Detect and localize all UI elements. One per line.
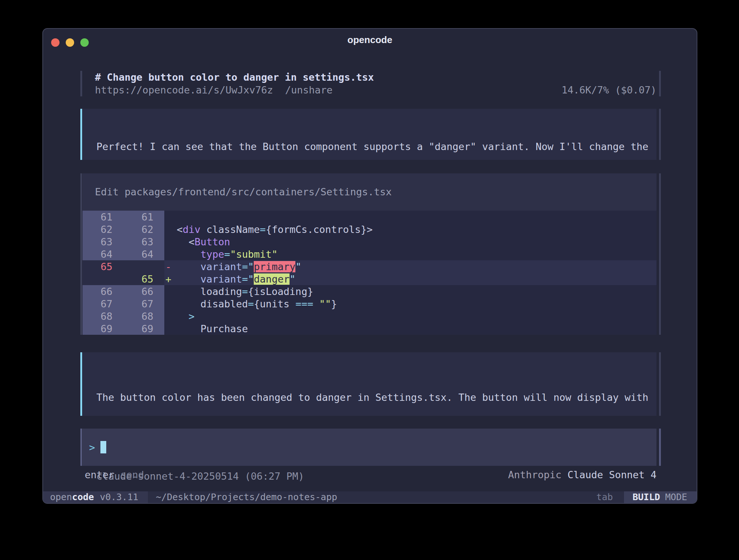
- diff-row-context: 6767 disabled={units === ""}: [83, 298, 656, 310]
- diff-code-line: disabled={units === ""}: [175, 298, 656, 310]
- prompt-symbol: >: [89, 442, 95, 453]
- window-title-bar[interactable]: opencode: [43, 29, 697, 51]
- diff-code-line: variant="primary": [175, 261, 656, 272]
- context-usage: 14.6K/7% ($0.07): [562, 84, 656, 96]
- mode-secondary: MODE: [665, 492, 687, 502]
- diff-code-line: <div className={formCs.controls}>: [175, 224, 656, 235]
- diff-marker: -: [164, 261, 175, 272]
- diff-marker: +: [164, 273, 175, 285]
- diff-code-line: <Button: [175, 236, 656, 248]
- diff-gutter: 6969: [83, 322, 164, 335]
- new-line-number: 65: [123, 273, 164, 285]
- session-header-left-border: [80, 71, 82, 96]
- input-hints-row: enter send Anthropic Claude Sonnet 4: [80, 468, 661, 481]
- share-url[interactable]: https://opencode.ai/s/UwJxv76z: [95, 84, 273, 96]
- session-title: # Change button color to danger in setti…: [95, 71, 656, 84]
- message-right-border: [659, 352, 661, 416]
- desktop-background: opencode # Change button color to danger…: [0, 0, 739, 560]
- new-line-number: 67: [123, 298, 164, 310]
- message-line: The button color has been changed to dan…: [96, 391, 656, 404]
- new-line-number: 64: [123, 249, 164, 260]
- diff-gutter: 65: [83, 260, 164, 273]
- enter-key-hint: enter: [85, 469, 114, 480]
- diff-gutter: 6161: [83, 211, 164, 223]
- status-bar-left: opencodev0.3.11 ~/Desktop/Projects/demo-…: [43, 491, 337, 503]
- working-directory: ~/Desktop/Projects/demo-notes-app: [156, 491, 337, 503]
- app-version: v0.3.11: [100, 492, 138, 502]
- session-header-right-border: [659, 71, 661, 96]
- new-line-number: 63: [123, 236, 164, 248]
- diff-gutter: 6363: [83, 235, 164, 248]
- input-right-border: [659, 429, 661, 466]
- model-provider: Anthropic: [508, 469, 562, 480]
- diff-row-context: 6969 Purchase: [83, 322, 656, 335]
- app-name-bold: code: [72, 492, 94, 502]
- text-cursor: [100, 441, 106, 453]
- new-line-number: 66: [123, 286, 164, 297]
- old-line-number: 64: [83, 249, 123, 260]
- diff-code-line: variant="danger": [175, 273, 656, 285]
- status-bar: opencodev0.3.11 ~/Desktop/Projects/demo-…: [43, 491, 697, 503]
- app-name-light: open: [50, 492, 72, 502]
- send-label: send: [120, 469, 144, 480]
- old-line-number: 68: [83, 311, 123, 322]
- old-line-number: 62: [83, 224, 123, 235]
- diff-rows: 6161 6262 <div className={formCs.control…: [83, 211, 656, 335]
- diff-gutter: 6262: [83, 223, 164, 235]
- old-line-number: 61: [83, 211, 123, 223]
- tab-key-hint: tab: [596, 491, 613, 503]
- edit-tool-card: Edit packages/frontend/src/containers/Se…: [80, 173, 661, 335]
- app-version-segment: opencodev0.3.11: [43, 491, 148, 503]
- unshare-command: /unshare: [285, 84, 333, 96]
- diff-gutter: 6868: [83, 310, 164, 322]
- diff-row-context: 6262 <div className={formCs.controls}>: [83, 223, 656, 235]
- model-indicator: Anthropic Claude Sonnet 4: [508, 469, 656, 480]
- diff-row-context: 6464 type="submit": [83, 248, 656, 260]
- diff-file-header: Edit packages/frontend/src/containers/Se…: [83, 173, 656, 211]
- model-name: Claude Sonnet 4: [567, 469, 656, 480]
- diff-row-context: 6868 >: [83, 310, 656, 322]
- old-line-number: 67: [83, 298, 123, 310]
- diff-row-context: 6363 <Button: [83, 235, 656, 248]
- mode-primary: BUILD: [633, 492, 660, 502]
- diff-row-added: 65+ variant="danger": [83, 273, 656, 285]
- old-line-number: 66: [83, 286, 123, 297]
- send-hint: enter send: [85, 469, 144, 480]
- new-line-number: 61: [123, 211, 164, 223]
- session-subheader: https://opencode.ai/s/UwJxv76z /unshare …: [95, 84, 656, 96]
- diff-code-line: Purchase: [175, 323, 656, 334]
- diff-row-context: 6666 loading={isLoading}: [83, 285, 656, 298]
- diff-code-line: type="submit": [175, 249, 656, 260]
- input-left-border: [80, 429, 82, 466]
- message-accent-border: [80, 109, 82, 160]
- diff-gutter: 6464: [83, 248, 164, 260]
- message-right-border: [659, 109, 661, 160]
- window-title: opencode: [43, 34, 697, 46]
- diff-code-line: >: [175, 311, 656, 322]
- diff-row-context: 6161: [83, 211, 656, 223]
- diff-gutter: 6767: [83, 298, 164, 310]
- diff-gutter: 65: [83, 273, 164, 285]
- diff-gutter: 6666: [83, 285, 164, 298]
- new-line-number: 69: [123, 323, 164, 334]
- opencode-terminal-window: opencode # Change button color to danger…: [42, 28, 697, 504]
- new-line-number: 62: [123, 224, 164, 235]
- diff-left-border: [80, 173, 82, 335]
- message-line: Perfect! I can see that the Button compo…: [96, 140, 656, 153]
- old-line-number: 65: [83, 261, 123, 272]
- mode-toggle-segment[interactable]: BUILDMODE: [624, 491, 697, 503]
- diff-row-removed: 65- variant="primary": [83, 260, 656, 273]
- status-bar-right: tab BUILDMODE: [596, 491, 697, 503]
- session-header: # Change button color to danger in setti…: [80, 71, 661, 96]
- assistant-message: Perfect! I can see that the Button compo…: [80, 109, 661, 160]
- old-line-number: 63: [83, 236, 123, 248]
- assistant-message: The button color has been changed to dan…: [80, 352, 661, 416]
- new-line-number: 68: [123, 311, 164, 322]
- diff-code-line: loading={isLoading}: [175, 286, 656, 297]
- diff-right-border: [659, 173, 661, 335]
- prompt-input[interactable]: >: [80, 429, 661, 466]
- message-accent-border: [80, 352, 82, 416]
- old-line-number: 69: [83, 323, 123, 334]
